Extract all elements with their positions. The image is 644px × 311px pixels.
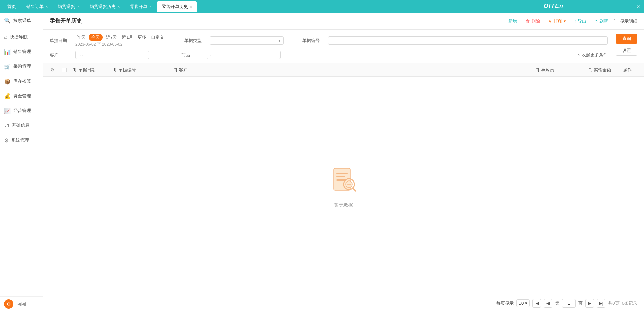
first-page-btn[interactable]: |◀ — [532, 299, 541, 308]
action-buttons: 查询 设置 — [616, 34, 637, 56]
sidebar-item-sales-mgmt[interactable]: 📊销售管理 — [0, 44, 43, 59]
col-date-sort[interactable]: ⇅ — [73, 67, 77, 72]
goods-input[interactable]: ··· — [207, 51, 281, 59]
tab-retail-open[interactable]: 零售开单× — [125, 1, 156, 12]
purchase-mgmt-icon: 🛒 — [4, 63, 11, 70]
next-page-btn[interactable]: ▶ — [585, 299, 594, 308]
sidebar-item-operations[interactable]: 📈经营管理 — [0, 103, 43, 118]
finance-icon: 💰 — [4, 93, 11, 99]
date-shortcut-2[interactable]: 近7天 — [105, 34, 118, 41]
tab-close-retail-open-history[interactable]: × — [190, 5, 192, 9]
tab-home[interactable]: 首页 — [3, 1, 21, 12]
minimize-btn[interactable]: – — [620, 4, 623, 10]
collapse-btn[interactable]: ∧ 收起更多条件 — [577, 52, 608, 58]
col-orderno-sort[interactable]: ⇅ — [113, 67, 117, 72]
prev-page-btn[interactable]: ◀ — [544, 299, 552, 308]
tab-close-retail-open[interactable]: × — [149, 5, 151, 9]
tab-close-sales-return-history[interactable]: × — [118, 5, 120, 9]
customer-label: 客户 — [50, 52, 70, 58]
col-guide-sort[interactable]: ⇅ — [536, 67, 540, 72]
filter-row-1: 单据日期 昨天今天近7天近1月更多自定义 2023-06-02 至 2023-0… — [50, 34, 608, 47]
order-no-input[interactable] — [328, 36, 608, 45]
page-input[interactable] — [562, 299, 576, 308]
collapse-sidebar-btn[interactable]: ◀◀ — [17, 301, 26, 307]
svg-rect-1 — [336, 173, 348, 174]
date-shortcut-4[interactable]: 更多 — [136, 34, 148, 41]
toolbar: + 新增 🗑 删除 🖨 打印 ▾ ↑ 导出 ↺ 刷新 — [503, 17, 637, 26]
query-button[interactable]: 查询 — [616, 34, 637, 44]
date-shortcut-1[interactable]: 今天 — [89, 34, 103, 41]
show-detail-toggle[interactable]: 显示明细 — [614, 18, 637, 24]
print-button[interactable]: 🖨 打印 ▾ — [546, 17, 568, 26]
last-page-btn[interactable]: ▶| — [597, 299, 605, 308]
empty-text: 暂无数据 — [334, 202, 353, 208]
sidebar-item-finance[interactable]: 💰资金管理 — [0, 89, 43, 103]
basic-info-icon: 🗂 — [4, 122, 9, 128]
sidebar-item-inventory[interactable]: 📦库存核算 — [0, 74, 43, 89]
customer-input[interactable]: ··· — [75, 51, 149, 59]
delete-button[interactable]: 🗑 删除 — [524, 17, 542, 26]
settings-gear-icon[interactable]: ⚙ — [50, 67, 54, 72]
date-shortcut-3[interactable]: 近1月 — [120, 34, 134, 41]
sidebar: 🔍 搜索采单 ⌂快捷导航📊销售管理🛒采购管理📦库存核算💰资金管理📈经营管理🗂基础… — [0, 13, 43, 311]
export-button[interactable]: ↑ 导出 — [572, 17, 589, 26]
export-label: 导出 — [578, 18, 586, 24]
col-amount-sort[interactable]: ⇅ — [589, 67, 592, 72]
quick-nav-icon: ⌂ — [4, 34, 7, 40]
col-customer-label: 客户 — [179, 67, 188, 73]
date-shortcut-5[interactable]: 自定义 — [150, 34, 165, 41]
settings-icon[interactable]: ⚙ — [4, 299, 13, 309]
per-page-select[interactable]: 50 ▾ — [516, 299, 530, 307]
filter-settings-button[interactable]: 设置 — [616, 46, 637, 56]
show-detail-checkbox[interactable] — [614, 19, 618, 23]
sidebar-item-label-quick-nav: 快捷导航 — [10, 34, 28, 40]
tab-label-sales-return-history: 销货退货历史 — [90, 4, 116, 10]
col-settings[interactable]: ⚙ — [46, 67, 58, 72]
select-all-checkbox[interactable] — [62, 68, 67, 72]
sidebar-item-label-basic-info: 基础信息 — [12, 122, 30, 128]
order-type-select[interactable]: ▾ — [210, 36, 284, 45]
col-date: ⇅ 单据日期 — [70, 67, 111, 73]
customer-dots: ··· — [78, 52, 84, 57]
sidebar-item-label-sales-mgmt: 销售管理 — [13, 49, 31, 55]
per-page-arrow: ▾ — [525, 301, 527, 306]
refresh-icon: ↺ — [594, 19, 598, 24]
filter-row-2: 客户 ··· 商品 ··· ∧ 收起更多条件 — [50, 51, 608, 59]
brand-text: OfTEn — [544, 3, 563, 10]
tab-sales-return[interactable]: 销货退货× — [53, 1, 84, 12]
date-shortcuts: 昨天今天近7天近1月更多自定义 — [75, 34, 165, 41]
sidebar-search[interactable]: 🔍 搜索采单 — [0, 13, 43, 28]
close-btn[interactable]: × — [636, 3, 640, 10]
restore-btn[interactable]: □ — [628, 4, 631, 10]
sidebar-nav: ⌂快捷导航📊销售管理🛒采购管理📦库存核算💰资金管理📈经营管理🗂基础信息⚙系统管理 — [0, 28, 43, 296]
tab-close-sales-order[interactable]: × — [46, 5, 48, 9]
col-customer-sort[interactable]: ⇅ — [174, 67, 178, 72]
add-button[interactable]: + 新增 — [503, 17, 519, 26]
sidebar-bottom: ⚙ ◀◀ — [0, 296, 43, 311]
date-range: 2023-06-02 至 2023-06-02 — [75, 42, 165, 47]
sidebar-item-label-system: 系统管理 — [11, 137, 29, 143]
col-checkbox[interactable] — [58, 68, 70, 72]
order-type-label: 单据类型 — [184, 38, 204, 44]
tab-label-retail-open-history: 零售开单历史 — [162, 4, 188, 10]
tab-label-sales-return: 销货退货 — [58, 4, 75, 10]
filter-area: 单据日期 昨天今天近7天近1月更多自定义 2023-06-02 至 2023-0… — [43, 30, 644, 63]
refresh-button[interactable]: ↺ 刷新 — [592, 17, 610, 26]
col-amount: ⇅ 实销金额 — [574, 67, 614, 73]
page-title: 零售开单历史 — [50, 18, 503, 25]
sidebar-item-quick-nav[interactable]: ⌂快捷导航 — [0, 30, 43, 44]
sidebar-item-system[interactable]: ⚙系统管理 — [0, 133, 43, 148]
tab-retail-open-history[interactable]: 零售开单历史× — [157, 1, 197, 12]
date-shortcut-0[interactable]: 昨天 — [75, 34, 87, 41]
tab-close-sales-return[interactable]: × — [77, 5, 79, 9]
sidebar-item-basic-info[interactable]: 🗂基础信息 — [0, 118, 43, 133]
main-layout: 🔍 搜索采单 ⌂快捷导航📊销售管理🛒采购管理📦库存核算💰资金管理📈经营管理🗂基础… — [0, 13, 644, 311]
print-label: 打印 — [554, 18, 562, 24]
tab-sales-order[interactable]: 销售订单× — [21, 1, 52, 12]
tab-label-home: 首页 — [7, 4, 16, 10]
order-no-field[interactable] — [331, 38, 605, 43]
sidebar-item-purchase-mgmt[interactable]: 🛒采购管理 — [0, 59, 43, 74]
tab-sales-return-history[interactable]: 销货退货历史× — [85, 1, 125, 12]
sidebar-item-label-finance: 资金管理 — [13, 93, 31, 99]
operations-icon: 📈 — [4, 108, 11, 114]
